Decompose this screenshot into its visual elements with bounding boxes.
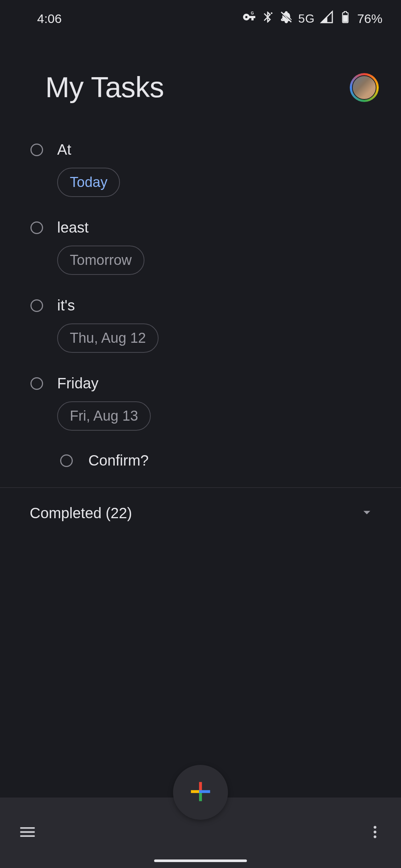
task-date-chip[interactable]: Today (57, 168, 120, 197)
task-item[interactable]: it's Thu, Aug 12 (0, 286, 401, 364)
svg-point-7 (374, 835, 376, 838)
chevron-down-icon (359, 504, 375, 522)
task-date-chip[interactable]: Thu, Aug 12 (57, 323, 159, 353)
svg-rect-12 (199, 790, 202, 793)
svg-rect-11 (202, 790, 210, 793)
network-label: 5G (298, 12, 315, 26)
task-date-chip[interactable]: Tomorrow (57, 246, 144, 275)
svg-rect-10 (191, 790, 199, 793)
task-title: least (57, 219, 382, 236)
completed-section-toggle[interactable]: Completed (22) (0, 488, 401, 538)
status-bar: 4:06 G 5G 76% (0, 0, 401, 37)
svg-point-6 (374, 831, 376, 833)
svg-point-5 (374, 826, 376, 829)
more-options-icon[interactable] (367, 824, 383, 842)
svg-point-1 (271, 12, 273, 14)
page-title: My Tasks (45, 70, 164, 104)
task-title: At (57, 141, 382, 158)
task-date-chip[interactable]: Fri, Aug 13 (57, 401, 151, 431)
task-complete-toggle[interactable] (30, 377, 43, 390)
task-list: At Today least Tomorrow it's Thu, Aug 12… (0, 119, 401, 484)
svg-text:G: G (251, 11, 254, 15)
vpn-key-icon: G (242, 10, 256, 27)
status-time: 4:06 (37, 11, 62, 26)
account-avatar[interactable] (350, 73, 379, 102)
battery-percentage: 76% (357, 11, 382, 26)
task-title: it's (57, 297, 382, 314)
gesture-nav-bar[interactable] (154, 859, 247, 862)
battery-icon (339, 10, 352, 27)
task-item[interactable]: Friday Fri, Aug 13 (0, 364, 401, 442)
task-complete-toggle[interactable] (30, 299, 43, 312)
task-title: Friday (57, 375, 382, 392)
svg-rect-8 (199, 782, 202, 790)
task-complete-toggle[interactable] (30, 221, 43, 234)
bluetooth-icon (261, 10, 274, 27)
plus-icon (189, 780, 212, 805)
svg-rect-4 (343, 15, 348, 22)
signal-icon (320, 10, 333, 27)
subtask-title: Confirm? (88, 452, 149, 469)
avatar-image (352, 75, 376, 100)
dnd-icon (280, 10, 293, 27)
add-task-fab[interactable] (173, 765, 228, 820)
header: My Tasks (0, 37, 401, 119)
task-item[interactable]: At Today (0, 130, 401, 208)
task-complete-toggle[interactable] (60, 454, 73, 467)
task-complete-toggle[interactable] (30, 144, 43, 156)
completed-label: Completed (22) (30, 505, 132, 522)
menu-icon[interactable] (18, 822, 37, 843)
svg-rect-9 (199, 793, 202, 801)
task-item[interactable]: least Tomorrow (0, 208, 401, 286)
status-right: G 5G 76% (242, 10, 382, 27)
subtask-item[interactable]: Confirm? (0, 442, 401, 484)
